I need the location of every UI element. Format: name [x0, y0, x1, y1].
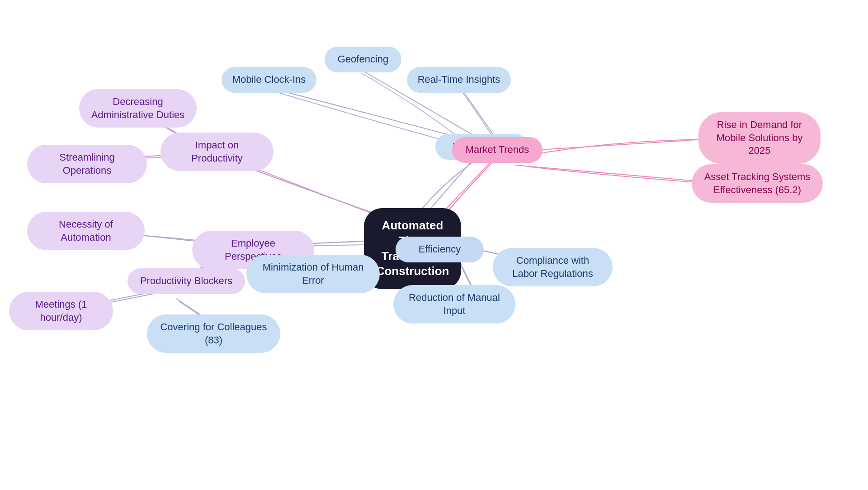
svg-line-9 — [515, 165, 696, 181]
geofencing-node: Geofencing — [325, 47, 401, 72]
productivity-blockers-node: Productivity Blockers — [127, 268, 245, 294]
realtime-insights-node: Real-Time Insights — [407, 67, 511, 93]
decreasing-admin-node: Decreasing Administrative Duties — [79, 89, 197, 128]
rise-demand-node: Rise in Demand for Mobile Solutions by 2… — [698, 112, 821, 164]
impact-productivity-node: Impact on Productivity — [160, 133, 274, 171]
minimization-human-error-node: Minimization of Human Error — [246, 255, 380, 293]
efficiency-node: Efficiency — [396, 237, 484, 262]
necessity-automation-node: Necessity of Automation — [27, 212, 145, 250]
covering-colleagues-node: Covering for Colleagues (83) — [147, 314, 280, 353]
meetings-node: Meetings (1 hour/day) — [9, 292, 113, 330]
svg-line-3 — [461, 88, 497, 140]
compliance-labor-node: Compliance with Labor Regulations — [493, 248, 613, 286]
reduction-manual-node: Reduction of Manual Input — [393, 285, 515, 323]
asset-tracking-node: Asset Tracking Systems Effectiveness (65… — [692, 164, 823, 203]
svg-line-2 — [271, 88, 470, 140]
market-trends-node: Market Trends — [452, 137, 542, 163]
mobile-clockins-node: Mobile Clock-Ins — [222, 67, 316, 93]
streamlining-ops-node: Streamlining Operations — [27, 145, 147, 183]
